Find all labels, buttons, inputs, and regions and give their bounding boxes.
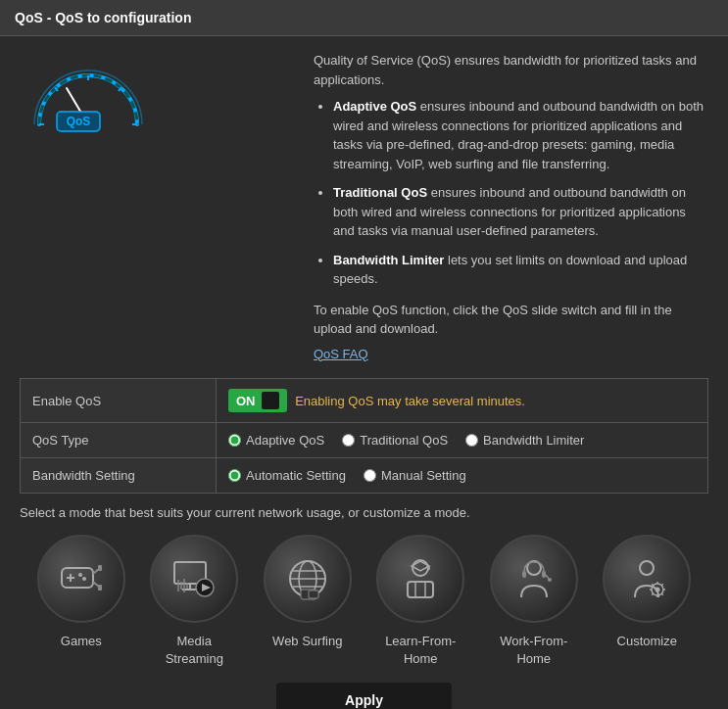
svg-rect-41 <box>522 571 526 578</box>
mode-games[interactable]: Games <box>32 535 130 668</box>
qos-type-traditional[interactable]: Traditional QoS <box>342 433 448 448</box>
svg-line-54 <box>653 593 654 594</box>
apply-btn-container: Apply <box>20 683 708 709</box>
enabling-note: Enabling QoS may take several minutes. <box>295 394 525 408</box>
svg-line-52 <box>653 584 654 585</box>
svg-point-12 <box>78 573 82 577</box>
svg-text:QoS: QoS <box>67 115 91 128</box>
qos-type-label: QoS Type <box>21 423 217 458</box>
qos-type-row: QoS Type Adaptive QoS Traditional QoS Ba… <box>21 423 708 458</box>
svg-rect-35 <box>408 582 433 597</box>
mode-select-instruction: Select a mode that best suits your curre… <box>20 505 708 520</box>
mode-web-surfing[interactable]: Web Surfing <box>259 535 357 668</box>
bandwidth-setting-options: Automatic Setting Manual Setting <box>228 468 696 483</box>
page-title: QoS - QoS to configuration <box>0 0 728 36</box>
enable-qos-toggle[interactable]: ON <box>228 389 287 412</box>
svg-line-43 <box>546 575 549 579</box>
learn-from-home-icon <box>376 535 464 623</box>
customize-label: Customize <box>617 633 677 650</box>
apply-button[interactable]: Apply <box>276 683 452 709</box>
learn-from-home-label: Learn-From-Home <box>385 633 456 668</box>
qos-logo: QoS <box>20 61 157 139</box>
bandwidth-auto[interactable]: Automatic Setting <box>228 468 346 483</box>
web-surfing-icon <box>264 535 352 623</box>
qos-type-bandwidth[interactable]: Bandwidth Limiter <box>465 433 584 448</box>
work-from-home-label: Work-From-Home <box>500 633 567 668</box>
modes-container: Games MediaStreaming <box>24 535 704 668</box>
bandwidth-manual[interactable]: Manual Setting <box>364 468 466 483</box>
enable-qos-label: Enable QoS <box>21 379 217 423</box>
toggle-knob <box>262 392 279 409</box>
svg-rect-42 <box>542 571 546 578</box>
svg-line-53 <box>662 593 663 594</box>
games-icon <box>37 535 125 623</box>
qos-faq-link[interactable]: QoS FAQ <box>314 345 368 364</box>
svg-rect-16 <box>98 565 102 571</box>
svg-rect-33 <box>309 591 318 598</box>
qos-type-options: Adaptive QoS Traditional QoS Bandwidth L… <box>228 433 696 448</box>
svg-rect-17 <box>98 585 102 591</box>
svg-rect-9 <box>62 568 93 588</box>
web-surfing-label: Web Surfing <box>272 633 342 650</box>
settings-table: Enable QoS ON Enabling QoS may take seve… <box>20 378 708 494</box>
svg-point-44 <box>548 578 552 582</box>
customize-icon <box>603 535 691 623</box>
games-label: Games <box>61 633 102 650</box>
media-streaming-label: MediaStreaming <box>166 633 223 668</box>
svg-point-45 <box>640 561 654 575</box>
bandwidth-setting-row: Bandwidth Setting Automatic Setting Manu… <box>21 458 708 494</box>
mode-media-streaming[interactable]: MediaStreaming <box>145 535 243 668</box>
intro-summary: Quality of Service (QoS) ensures bandwid… <box>314 51 708 89</box>
enable-note: To enable QoS function, click the QoS sl… <box>314 301 708 339</box>
bandwidth-setting-label: Bandwidth Setting <box>21 458 217 494</box>
mode-learn-from-home[interactable]: Learn-From-Home <box>371 535 469 668</box>
enable-qos-row: Enable QoS ON Enabling QoS may take seve… <box>21 379 708 423</box>
mode-work-from-home[interactable]: Work-From-Home <box>485 535 583 668</box>
svg-line-55 <box>662 584 663 585</box>
media-streaming-icon <box>150 535 238 623</box>
intro-bullets: Adaptive QoS ensures inbound and outboun… <box>333 97 708 289</box>
work-from-home-icon <box>490 535 578 623</box>
qos-type-adaptive[interactable]: Adaptive QoS <box>228 433 324 448</box>
svg-point-13 <box>82 577 86 581</box>
svg-point-47 <box>655 588 660 592</box>
mode-customize[interactable]: Customize <box>598 535 696 668</box>
